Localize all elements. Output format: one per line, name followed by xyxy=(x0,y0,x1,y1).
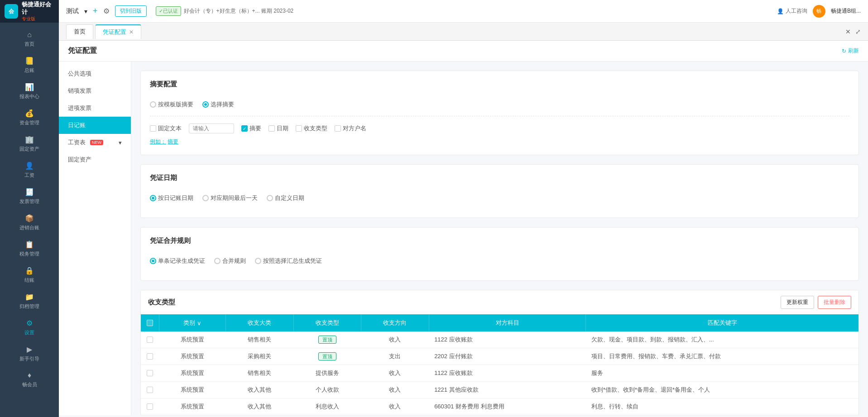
row-checkbox[interactable] xyxy=(147,387,153,393)
row-direction: 收入 xyxy=(361,398,429,415)
radio-dot-diary xyxy=(152,197,154,199)
tab-close-icon[interactable]: ✕ xyxy=(129,29,134,35)
row-checkbox-cell[interactable] xyxy=(141,332,159,348)
table-row: 系统预置 采购相关 置顶 支出 2202 应付账款 项目、日常费用、报销款、车费… xyxy=(141,348,858,365)
sidebar-item-closing[interactable]: 🔒 结账 xyxy=(0,262,59,288)
logo-text: 畅捷通好会计 专业版 xyxy=(22,1,54,22)
row-type: 提供服务 xyxy=(293,365,361,382)
new-badge: NEW xyxy=(90,140,103,145)
sidebar-item-archive[interactable]: 📁 归档管理 xyxy=(0,288,59,314)
radio-template-summary[interactable]: 按模板版摘要 xyxy=(150,100,193,109)
purchase-icon: 📦 xyxy=(25,214,34,223)
select-all-checkbox[interactable] xyxy=(147,320,153,326)
member-icon: ♦ xyxy=(28,371,31,379)
add-button[interactable]: + xyxy=(93,6,98,16)
left-nav: 公共选项 销项发票 进项发票 日记账 工资表 NEW ▾ xyxy=(59,62,131,415)
archive-icon: 📁 xyxy=(25,293,34,301)
row-account: 1221 其他应收款 xyxy=(429,382,586,398)
sidebar-item-reports[interactable]: 📊 报表中心 xyxy=(0,78,59,104)
voucher-date-title: 凭证日期 xyxy=(150,174,849,187)
checkbox-income-type[interactable]: 收支类型 xyxy=(296,124,327,133)
window-controls: ✕ ⤢ xyxy=(845,28,861,35)
settings-icon: ⚙ xyxy=(26,319,33,327)
row-keywords: 利息、行转、续自 xyxy=(586,398,858,415)
table-actions: 更新权重 批量删除 xyxy=(781,296,851,309)
expand-window-button[interactable]: ⤢ xyxy=(855,28,861,35)
left-nav-sales-invoice[interactable]: 销项发票 xyxy=(59,82,131,100)
salary-icon: 👤 xyxy=(25,161,34,170)
content-body: 公共选项 销项发票 进项发票 日记账 工资表 NEW ▾ xyxy=(59,62,868,415)
checkbox-summary[interactable]: ✓ 摘要 xyxy=(241,124,261,133)
fixed-text-input[interactable] xyxy=(189,123,234,133)
table-row: 系统预置 收入其他 个人收款 收入 1221 其他应收款 收到*借款、收到*备用… xyxy=(141,382,858,398)
close-window-button[interactable]: ✕ xyxy=(845,28,851,35)
tab-bar: 首页 凭证配置 ✕ ✕ ⤢ xyxy=(59,23,868,41)
radio-by-diary-date[interactable]: 按日记账日期 xyxy=(150,194,193,202)
example-text: 例如： 摘要 xyxy=(150,138,849,146)
row-checkbox-cell[interactable] xyxy=(141,348,159,365)
radio-last-day[interactable]: 对应期间最后一天 xyxy=(202,194,258,202)
left-nav-salary-sheet[interactable]: 工资表 NEW ▾ xyxy=(59,134,131,151)
sidebar-item-fixed-assets[interactable]: 🏢 固定资产 xyxy=(0,131,59,157)
row-direction: 收入 xyxy=(361,332,429,348)
row-checkbox[interactable] xyxy=(147,370,153,376)
consult-button[interactable]: 👤 人工咨询 xyxy=(777,7,807,15)
sidebar-item-tax[interactable]: 📋 税务管理 xyxy=(0,236,59,262)
row-checkbox-cell[interactable] xyxy=(141,398,159,415)
th-direction: 收支方向 xyxy=(361,314,429,332)
sidebar-item-funds[interactable]: 💰 资金管理 xyxy=(0,104,59,131)
sort-icon[interactable]: ∨ xyxy=(197,320,201,327)
row-checkbox-cell[interactable] xyxy=(141,382,159,398)
switch-version-button[interactable]: 切到旧版 xyxy=(115,5,147,17)
row-direction: 收入 xyxy=(361,382,429,398)
batch-delete-button[interactable]: 批量删除 xyxy=(818,296,851,309)
radio-single-record[interactable]: 单条记录生成凭证 xyxy=(150,257,205,265)
invoice-icon: 🧾 xyxy=(25,188,34,196)
funds-icon: 💰 xyxy=(25,109,34,118)
sidebar-item-invoice[interactable]: 🧾 发票管理 xyxy=(0,183,59,209)
sidebar-item-general-ledger[interactable]: 📒 总账 xyxy=(0,52,59,78)
table-header-row: 收支类型 更新权重 批量删除 xyxy=(141,290,858,314)
th-type: 收支类型 xyxy=(293,314,361,332)
voucher-date-radio-group: 按日记账日期 对应期间最后一天 自定义日期 xyxy=(150,194,849,202)
update-weight-button[interactable]: 更新权重 xyxy=(781,296,814,309)
sidebar-item-guide[interactable]: ▶ 新手引导 xyxy=(0,341,59,367)
left-nav-fixed-assets[interactable]: 固定资产 xyxy=(59,151,131,168)
checkbox-fixed-text[interactable]: 固定文本 xyxy=(150,124,182,133)
sidebar-item-settings[interactable]: ⚙ 设置 xyxy=(0,314,59,341)
th-checkbox[interactable] xyxy=(141,314,159,332)
checkbox-date[interactable]: 日期 xyxy=(269,124,288,133)
type-tag: 置顶 xyxy=(318,336,336,344)
left-nav-diary[interactable]: 日记账 xyxy=(59,117,131,134)
th-account: 对方科目 xyxy=(429,314,586,332)
radio-summary-generate[interactable]: 按照选择汇总生成凭证 xyxy=(255,257,322,265)
row-checkbox-cell[interactable] xyxy=(141,365,159,382)
row-checkbox[interactable] xyxy=(147,403,153,410)
checkbox-counterparty[interactable]: 对方户名 xyxy=(335,124,366,133)
sidebar-item-member[interactable]: ♦ 畅会员 xyxy=(0,367,59,393)
row-account: 660301 财务费用 利息费用 xyxy=(429,398,586,415)
row-major: 收入其他 xyxy=(226,398,294,415)
sidebar-item-purchase-sales[interactable]: 📦 进销台账 xyxy=(0,209,59,236)
radio-select-summary[interactable]: 选择摘要 xyxy=(202,100,234,109)
row-keywords: 收到*借款、收到*备用金、退回*备用金、个人 xyxy=(586,382,858,398)
app-logo: 会 畅捷通好会计 专业版 xyxy=(0,0,59,23)
tab-voucher-config[interactable]: 凭证配置 ✕ xyxy=(95,24,141,39)
tab-home[interactable]: 首页 xyxy=(66,24,93,39)
sidebar-item-home[interactable]: ⌂ 首页 xyxy=(0,26,59,52)
row-checkbox[interactable] xyxy=(147,353,153,360)
radio-custom-date[interactable]: 自定义日期 xyxy=(267,194,304,202)
sidebar-nav: ⌂ 首页 📒 总账 📊 报表中心 💰 资金管理 🏢 固定资产 👤 工资 xyxy=(0,23,59,417)
row-type: 置顶 xyxy=(293,348,361,365)
row-checkbox[interactable] xyxy=(147,336,153,343)
radio-merge-rules[interactable]: 合并规则 xyxy=(214,257,246,265)
sidebar-item-salary[interactable]: 👤 工资 xyxy=(0,157,59,183)
radio-dot-single xyxy=(152,260,154,262)
refresh-button[interactable]: ↻ 刷新 xyxy=(842,47,859,55)
settings-gear-icon[interactable]: ⚙ xyxy=(103,7,110,15)
left-nav-public[interactable]: 公共选项 xyxy=(59,65,131,82)
left-nav-purchase-invoice[interactable]: 进项发票 xyxy=(59,100,131,117)
voucher-merge-title: 凭证合并规则 xyxy=(150,237,849,250)
row-category: 系统预置 xyxy=(159,348,226,365)
company-dropdown[interactable]: ▾ xyxy=(84,8,87,15)
